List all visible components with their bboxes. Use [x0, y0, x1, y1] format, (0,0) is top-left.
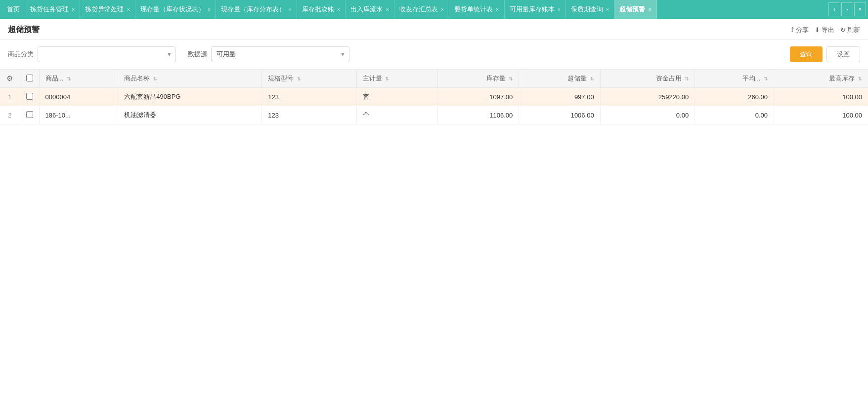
- close-icon[interactable]: ×: [496, 6, 499, 12]
- col-overstock[interactable]: 超储量 ⇅: [519, 70, 600, 88]
- export-label: 导出: [822, 26, 834, 35]
- sort-icon: ⇅: [67, 76, 71, 81]
- sort-icon: ⇅: [297, 76, 301, 81]
- product-name: 六配套新昌490BPG: [118, 88, 262, 106]
- row-checkbox[interactable]: [26, 111, 33, 118]
- col-label: 主计量: [363, 75, 382, 82]
- nav-more-button[interactable]: ×: [854, 2, 866, 16]
- col-avg[interactable]: 平均... ⇅: [695, 70, 774, 88]
- nav-tab-stock-status[interactable]: 现存量（库存状况表） ×: [135, 0, 216, 19]
- sort-icon: ⇅: [764, 76, 768, 81]
- close-icon[interactable]: ×: [72, 6, 75, 12]
- col-label: 库存量: [486, 75, 506, 82]
- col-capital[interactable]: 资金占用 ⇅: [600, 70, 695, 88]
- table-body: 1 0000004 六配套新昌490BPG 123 套 1097.00 997.…: [0, 88, 868, 124]
- spec: 123: [262, 106, 357, 124]
- col-label: 商品...: [45, 75, 64, 82]
- col-unit[interactable]: 主计量 ⇅: [356, 70, 437, 88]
- nav-tab-label: 库存批次账: [302, 5, 334, 14]
- nav-tab-usable-ledger[interactable]: 可用量库存账本 ×: [505, 0, 566, 19]
- col-label: 资金占用: [656, 75, 682, 82]
- row-checkbox-cell[interactable]: [20, 88, 39, 106]
- nav-tab-label: 出入库流水: [350, 5, 383, 14]
- query-button[interactable]: 查询: [790, 46, 823, 62]
- row-checkbox[interactable]: [26, 93, 33, 100]
- nav-tab-summary[interactable]: 收发存汇总表 ×: [394, 0, 449, 19]
- nav-tab-home[interactable]: 首页: [2, 0, 25, 19]
- refresh-label: 刷新: [847, 26, 860, 35]
- nav-tab-label: 拣货任务管理: [30, 5, 69, 14]
- settings-button[interactable]: 设置: [826, 46, 860, 62]
- unit: 套: [356, 88, 437, 106]
- col-product-code[interactable]: 商品... ⇅: [39, 70, 118, 88]
- avg-cost: 0.00: [695, 106, 774, 124]
- product-code: 0000004: [39, 88, 118, 106]
- nav-tab-pick-abnormal[interactable]: 拣货异常处理 ×: [80, 0, 135, 19]
- avg-cost: 260.00: [695, 88, 774, 106]
- close-icon[interactable]: ×: [208, 6, 211, 12]
- nav-tab-stock-dist[interactable]: 现存量（库存分布表） ×: [216, 0, 297, 19]
- table-wrapper: ⚙ 商品... ⇅ 商品名称 ⇅ 规格型号 ⇅: [0, 70, 868, 124]
- page-title: 超储预警: [8, 25, 40, 35]
- max-stock: 100.00: [774, 88, 868, 106]
- close-icon[interactable]: ×: [337, 6, 340, 12]
- datasource-select-wrapper: ▼: [211, 46, 349, 62]
- close-icon[interactable]: ×: [288, 6, 291, 12]
- close-icon[interactable]: ×: [648, 6, 651, 12]
- table-row: 1 0000004 六配套新昌490BPG 123 套 1097.00 997.…: [0, 88, 868, 106]
- nav-tab-inout-flow[interactable]: 出入库流水 ×: [346, 0, 394, 19]
- col-label: 平均...: [742, 75, 761, 82]
- capital-occupied: 0.00: [600, 106, 695, 124]
- close-icon[interactable]: ×: [441, 6, 444, 12]
- export-button[interactable]: ⬇ 导出: [815, 26, 834, 35]
- nav-tab-expiry[interactable]: 保质期查询 ×: [566, 0, 614, 19]
- sort-icon: ⇅: [509, 76, 513, 81]
- table-row: 2 186-10... 机油滤清器 123 个 1106.00 1006.00 …: [0, 106, 868, 124]
- sort-icon: ⇅: [385, 76, 389, 81]
- col-max-stock[interactable]: 最高库存 ⇅: [774, 70, 868, 88]
- col-product-name[interactable]: 商品名称 ⇅: [118, 70, 262, 88]
- nav-tab-label: 可用量库存账本: [510, 5, 555, 14]
- nav-tab-label: 保质期查询: [571, 5, 603, 14]
- datasource-select[interactable]: [211, 46, 349, 62]
- close-icon[interactable]: ×: [386, 6, 389, 12]
- spec: 123: [262, 88, 357, 106]
- datasource-label: 数据源: [188, 50, 207, 59]
- category-label: 商品分类: [8, 50, 34, 59]
- refresh-button[interactable]: ↻ 刷新: [840, 26, 860, 35]
- close-icon[interactable]: ×: [127, 6, 130, 12]
- close-icon[interactable]: ×: [606, 6, 609, 12]
- nav-tab-batch[interactable]: 库存批次账 ×: [297, 0, 346, 19]
- nav-tab-pick-task[interactable]: 拣货任务管理 ×: [25, 0, 80, 19]
- nav-arrows: ‹ › ×: [828, 2, 866, 16]
- product-code: 186-10...: [39, 106, 118, 124]
- datasource-filter: 数据源 ▼: [188, 46, 349, 62]
- col-label: 商品名称: [124, 75, 150, 82]
- share-button[interactable]: ⤴ 分享: [791, 26, 809, 35]
- filter-actions: 查询 设置: [790, 46, 860, 62]
- row-checkbox-cell[interactable]: [20, 106, 39, 124]
- col-label: 超储量: [567, 75, 587, 82]
- nav-prev-button[interactable]: ‹: [828, 2, 840, 16]
- nav-tab-order-stat[interactable]: 要货单统计表 ×: [449, 0, 504, 19]
- nav-tab-overstock[interactable]: 超储预警 ×: [614, 0, 656, 19]
- close-icon[interactable]: ×: [558, 6, 561, 12]
- col-stock[interactable]: 库存量 ⇅: [438, 70, 519, 88]
- col-label: 规格型号: [268, 75, 294, 82]
- page-content: 超储预警 ⤴ 分享 ⬇ 导出 ↻ 刷新 商品分类 ▼ 数据源: [0, 19, 868, 395]
- sort-icon: ⇅: [153, 76, 157, 81]
- row-number: 2: [0, 106, 20, 124]
- capital-occupied: 259220.00: [600, 88, 695, 106]
- nav-next-button[interactable]: ›: [841, 2, 853, 16]
- col-spec[interactable]: 规格型号 ⇅: [262, 70, 357, 88]
- category-select[interactable]: [38, 46, 176, 62]
- overstock: 1006.00: [519, 106, 600, 124]
- col-settings[interactable]: ⚙: [0, 70, 20, 88]
- table-header-row: ⚙ 商品... ⇅ 商品名称 ⇅ 规格型号 ⇅: [0, 70, 868, 88]
- select-all-checkbox[interactable]: [26, 75, 33, 81]
- data-table: ⚙ 商品... ⇅ 商品名称 ⇅ 规格型号 ⇅: [0, 70, 868, 124]
- nav-tab-label: 超储预警: [619, 5, 645, 14]
- col-checkbox[interactable]: [20, 70, 39, 88]
- nav-tab-label: 收发存汇总表: [399, 5, 438, 14]
- gear-icon[interactable]: ⚙: [6, 74, 13, 82]
